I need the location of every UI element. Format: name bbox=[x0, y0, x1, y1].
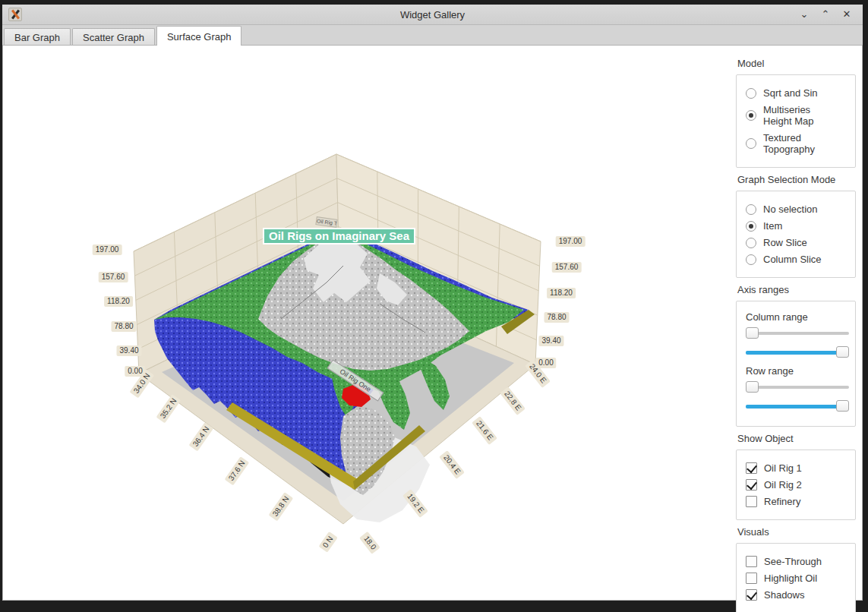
radio-label: Multiseries Height Map bbox=[763, 104, 841, 127]
selection-mode-groupbox: No selection Item Row Slice Column Slice bbox=[736, 191, 856, 278]
model-groupbox: Sqrt and Sin Multiseries Height Map Text… bbox=[736, 74, 856, 168]
radio-no-selection[interactable]: No selection bbox=[746, 203, 849, 215]
radio-label: Column Slice bbox=[763, 254, 822, 265]
selection-mode-section-title: Graph Selection Mode bbox=[737, 174, 856, 185]
window-controls: ⌄ ⌃ ✕ bbox=[797, 8, 863, 21]
checkbox-label: Highlight Oil bbox=[764, 573, 817, 584]
row-range-label: Row range bbox=[746, 365, 849, 377]
checkbox-icon[interactable] bbox=[746, 462, 757, 474]
checkbox-label: See-Through bbox=[764, 556, 822, 567]
checkbox-icon[interactable] bbox=[746, 573, 757, 584]
checkbox-highlight-oil[interactable]: Highlight Oil bbox=[746, 573, 849, 584]
checkbox-icon[interactable] bbox=[746, 589, 757, 601]
radio-item[interactable]: Item bbox=[746, 220, 849, 232]
slider-handle[interactable] bbox=[836, 400, 849, 412]
radio-label: Textured Topography bbox=[763, 132, 841, 155]
slider-groove bbox=[746, 386, 849, 389]
control-panel: Model Sqrt and Sin Multiseries Height Ma… bbox=[733, 46, 862, 600]
radio-label: Sqrt and Sin bbox=[763, 87, 818, 99]
radio-icon[interactable] bbox=[746, 88, 756, 99]
radio-icon[interactable] bbox=[746, 110, 756, 121]
radio-column-slice[interactable]: Column Slice bbox=[746, 254, 849, 265]
radio-icon[interactable] bbox=[746, 238, 756, 248]
tab-bar: Bar Graph Scatter Graph Surface Graph bbox=[2, 25, 863, 46]
minimize-button[interactable]: ⌄ bbox=[797, 8, 811, 21]
slider-groove bbox=[746, 332, 849, 335]
checkbox-icon[interactable] bbox=[746, 496, 757, 507]
column-max-slider[interactable] bbox=[746, 346, 849, 358]
checkbox-label: Shadows bbox=[764, 589, 804, 601]
radio-icon[interactable] bbox=[746, 221, 756, 232]
radio-label: No selection bbox=[763, 203, 818, 215]
radio-label: Row Slice bbox=[763, 237, 807, 248]
axis-ranges-section-title: Axis ranges bbox=[737, 284, 856, 295]
slider-handle[interactable] bbox=[746, 381, 759, 393]
checkbox-oil-rig-2[interactable]: Oil Rig 2 bbox=[746, 479, 849, 491]
radio-row-slice[interactable]: Row Slice bbox=[746, 237, 849, 248]
checkbox-icon[interactable] bbox=[746, 479, 757, 491]
tab-bar-graph[interactable]: Bar Graph bbox=[4, 28, 71, 46]
title-bar: Widget Gallery ⌄ ⌃ ✕ bbox=[2, 5, 863, 25]
checkbox-refinery[interactable]: Refinery bbox=[746, 496, 849, 507]
column-min-slider[interactable] bbox=[746, 327, 849, 339]
slider-handle[interactable] bbox=[836, 346, 849, 358]
visuals-groupbox: See-Through Highlight Oil Shadows bbox=[736, 543, 856, 612]
tab-surface-graph[interactable]: Surface Graph bbox=[156, 26, 242, 46]
close-button[interactable]: ✕ bbox=[840, 8, 854, 21]
tab-scatter-graph[interactable]: Scatter Graph bbox=[72, 28, 155, 46]
radio-icon[interactable] bbox=[746, 254, 756, 265]
app-window: Widget Gallery ⌄ ⌃ ✕ Bar Graph Scatter G… bbox=[2, 5, 863, 601]
slider-groove-filled bbox=[746, 351, 849, 355]
column-range-label: Column range bbox=[746, 311, 849, 323]
row-max-slider[interactable] bbox=[746, 400, 849, 412]
radio-multiseries-height-map[interactable]: Multiseries Height Map bbox=[746, 104, 849, 127]
slider-handle[interactable] bbox=[746, 327, 759, 339]
visuals-section-title: Visuals bbox=[737, 526, 856, 538]
axis-ranges-groupbox: Column range Row range bbox=[736, 301, 856, 427]
surface-graph-page: Model Sqrt and Sin Multiseries Height Ma… bbox=[2, 45, 863, 601]
show-object-section-title: Show Object bbox=[737, 433, 856, 444]
checkbox-label: Oil Rig 2 bbox=[764, 479, 802, 491]
checkbox-icon[interactable] bbox=[746, 556, 757, 567]
radio-sqrt-and-sin[interactable]: Sqrt and Sin bbox=[746, 87, 849, 99]
maximize-button[interactable]: ⌃ bbox=[819, 8, 832, 21]
slider-groove-filled bbox=[746, 405, 849, 409]
checkbox-oil-rig-1[interactable]: Oil Rig 1 bbox=[746, 462, 849, 474]
radio-icon[interactable] bbox=[746, 138, 756, 149]
radio-icon[interactable] bbox=[746, 204, 756, 215]
checkbox-shadows[interactable]: Shadows bbox=[746, 589, 849, 601]
show-object-groupbox: Oil Rig 1 Oil Rig 2 Refinery bbox=[736, 450, 856, 520]
checkbox-label: Refinery bbox=[764, 496, 800, 507]
model-section-title: Model bbox=[737, 58, 856, 69]
checkbox-see-through[interactable]: See-Through bbox=[746, 556, 849, 567]
radio-textured-topography[interactable]: Textured Topography bbox=[746, 132, 849, 155]
radio-label: Item bbox=[763, 220, 782, 232]
row-min-slider[interactable] bbox=[746, 381, 849, 393]
checkbox-label: Oil Rig 1 bbox=[764, 462, 802, 474]
window-title: Widget Gallery bbox=[2, 9, 863, 21]
screen: Widget Gallery ⌄ ⌃ ✕ Bar Graph Scatter G… bbox=[0, 0, 868, 612]
